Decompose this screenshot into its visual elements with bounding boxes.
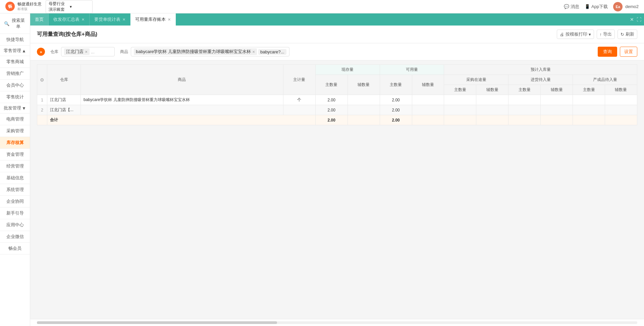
th-available-aux: 辅数量	[412, 75, 444, 95]
filter-bar: » 仓库 江北门店 ✕ ... 商品	[30, 43, 644, 60]
row-inbound-main	[508, 105, 541, 115]
row-available-aux	[412, 105, 444, 115]
tab-close-icon[interactable]: ✕	[82, 17, 85, 22]
product-tag-1: babycare学饮杯 儿童防摔防撞吸管杯重力球吸嘴杯宝宝水杯 ✕	[134, 48, 257, 55]
sidebar-item-ecommerce[interactable]: 电商管理	[0, 113, 30, 125]
tab-close-icon[interactable]: ✕	[168, 17, 171, 22]
sidebar-item-member[interactable]: 会员中心	[0, 80, 30, 91]
sidebar-item-label: 零售商城	[6, 59, 24, 64]
table-footer	[30, 319, 644, 326]
product-tag-value: babycare学饮杯 儿童防摔防撞吸管杯重力球吸嘴杯宝宝水杯	[136, 49, 251, 55]
product-tag-close-icon[interactable]: ✕	[252, 50, 255, 54]
sidebar-item-wholesale[interactable]: 批发管理 ▼	[0, 103, 30, 113]
sidebar-item-basic-info[interactable]: 基础信息	[0, 172, 30, 184]
sidebar-item-label: 新手引导	[6, 211, 24, 216]
gear-icon[interactable]: ⚙	[40, 77, 44, 83]
user-name: demo2	[625, 4, 639, 9]
sidebar-item-label: 会员中心	[6, 83, 24, 88]
sidebar-item-inventory[interactable]: 库存核算	[0, 137, 30, 149]
sidebar-item-system[interactable]: 系统管理	[0, 184, 30, 196]
sidebar-item-label: 零售管理	[4, 48, 21, 54]
chevron-down-icon: ▾	[70, 4, 90, 9]
export-button[interactable]: ↑ 导出	[597, 30, 615, 39]
th-gear: ⚙	[37, 65, 47, 95]
logo-text: 畅捷通好生意	[17, 2, 42, 6]
sidebar-item-enterprise-wechat[interactable]: 企业微信	[0, 231, 30, 243]
horizontal-scrollbar-track[interactable]	[37, 321, 637, 324]
row-available-main: 2.00	[380, 105, 412, 115]
sidebar-item-finance[interactable]: 资金管理	[0, 149, 30, 160]
product-input[interactable]: babycare学饮杯 儿童防摔防撞吸管杯重力球吸嘴杯宝宝水杯 ✕ babyca…	[131, 47, 289, 56]
row-inbound-aux	[541, 105, 573, 115]
horizontal-scrollbar-thumb[interactable]	[37, 321, 277, 324]
row-production-main	[573, 105, 605, 115]
summary-spacer	[37, 115, 47, 125]
app-download-icon: 📱	[585, 4, 590, 9]
expand-icon: ▲	[22, 48, 26, 53]
row-stock-main: 2.00	[315, 105, 347, 115]
product-tag-2: babycare?...	[258, 49, 286, 55]
avatar: Ea	[613, 2, 623, 11]
th-purchase-aux: 辅数量	[476, 85, 508, 95]
query-button[interactable]: 查询	[598, 47, 617, 57]
sidebar-item-label: 营销推广	[6, 71, 24, 76]
tab-receipt-summary[interactable]: 收发存汇总表 ✕	[49, 13, 90, 26]
th-production-pending: 产成品待入量	[573, 75, 637, 85]
table-row: 1 江北门店 babycare学饮杯 儿童防摔防撞吸管杯重力球吸嘴杯宝宝水杯 个…	[37, 95, 637, 105]
print-button[interactable]: 🖨 按模板打印 ▾	[557, 30, 594, 39]
row-purchase-aux	[476, 95, 508, 105]
th-product: 商品	[81, 65, 283, 95]
sidebar-search-area: 🔍 搜索菜单	[0, 13, 30, 34]
print-label: 按模板打印	[566, 31, 587, 37]
sidebar-item-app-center[interactable]: 应用中心	[0, 219, 30, 231]
sidebar-item-enterprise[interactable]: 企业协同	[0, 196, 30, 207]
warehouse-tag-close-icon[interactable]: ✕	[85, 50, 88, 54]
row-available-main: 2.00	[380, 95, 412, 105]
main-layout: 🔍 搜索菜单 快捷导航 零售管理 ▲ 零售商城 营销推广 会员中心 零售统计 批…	[0, 13, 644, 326]
row-production-aux	[605, 95, 637, 105]
search-menu-label: 搜索菜单	[11, 17, 26, 30]
settings-button[interactable]: 设置	[620, 47, 637, 57]
tab-home[interactable]: 首页	[30, 13, 49, 26]
export-label: 导出	[603, 31, 612, 37]
tab-order-stats[interactable]: 要货单统计表 ✕	[90, 13, 130, 26]
sidebar-item-marketing[interactable]: 营销推广	[0, 68, 30, 80]
filter-toggle-button[interactable]: »	[37, 48, 45, 56]
sidebar-item-label: 畅会员	[8, 246, 21, 251]
warehouse-more-icon[interactable]: ...	[91, 49, 95, 54]
message-icon: 💬	[564, 4, 569, 9]
refresh-label: 刷新	[626, 31, 634, 37]
user-area[interactable]: Ea demo2	[613, 2, 639, 11]
th-forecast-inbound: 预计入库量	[444, 65, 637, 75]
search-menu-button[interactable]: 🔍 搜索菜单	[3, 16, 27, 31]
refresh-button[interactable]: ↻ 刷新	[618, 30, 637, 39]
sidebar-item-retail-mgmt[interactable]: 零售管理 ▲	[0, 46, 30, 56]
tab-available-inventory[interactable]: 可用量库存账本 ✕	[130, 13, 176, 26]
tab-close-icon[interactable]: ✕	[122, 17, 125, 22]
sidebar-item-new-guide[interactable]: 新手引导	[0, 207, 30, 219]
sidebar-item-operations[interactable]: 经营管理	[0, 160, 30, 172]
sidebar-item-purchase[interactable]: 采购管理	[0, 125, 30, 137]
message-button[interactable]: 💬 消息	[564, 4, 579, 10]
sidebar-item-retail-stats[interactable]: 零售统计	[0, 91, 30, 103]
top-bar-right: 💬 消息 📱 App下载 Ea demo2	[564, 2, 639, 11]
sidebar-item-retail-mall[interactable]: 零售商城	[0, 56, 30, 68]
summary-available-main: 2.00	[380, 115, 412, 125]
tab-expand-icon[interactable]: ⛶	[637, 17, 641, 22]
product-tag-value: babycare?...	[260, 49, 284, 54]
sidebar-item-label: 采购管理	[6, 128, 24, 133]
app-download-button[interactable]: 📱 App下载	[585, 4, 608, 10]
page-actions: 🖨 按模板打印 ▾ ↑ 导出 ↻ 刷新	[557, 30, 638, 39]
sidebar-item-label: 库存核算	[6, 140, 24, 145]
logo-icon: 畅	[5, 2, 15, 11]
warehouse-input[interactable]: 江北门店 ✕ ...	[61, 47, 115, 56]
product-filter-group: 商品 babycare学饮杯 儿童防摔防撞吸管杯重力球吸嘴杯宝宝水杯 ✕ bab…	[120, 47, 289, 56]
tab-close-all-icon[interactable]: ✕	[630, 17, 634, 22]
sidebar-item-label: 资金管理	[6, 152, 24, 157]
print-icon: 🖨	[560, 32, 564, 37]
sidebar-item-quick-nav[interactable]: 快捷导航	[0, 34, 30, 46]
app-download-label: App下载	[591, 4, 608, 10]
org-select[interactable]: 母婴行业演示账套 ▾	[46, 0, 93, 13]
row-unit	[283, 105, 315, 115]
sidebar-item-vip[interactable]: 畅会员	[0, 243, 30, 254]
